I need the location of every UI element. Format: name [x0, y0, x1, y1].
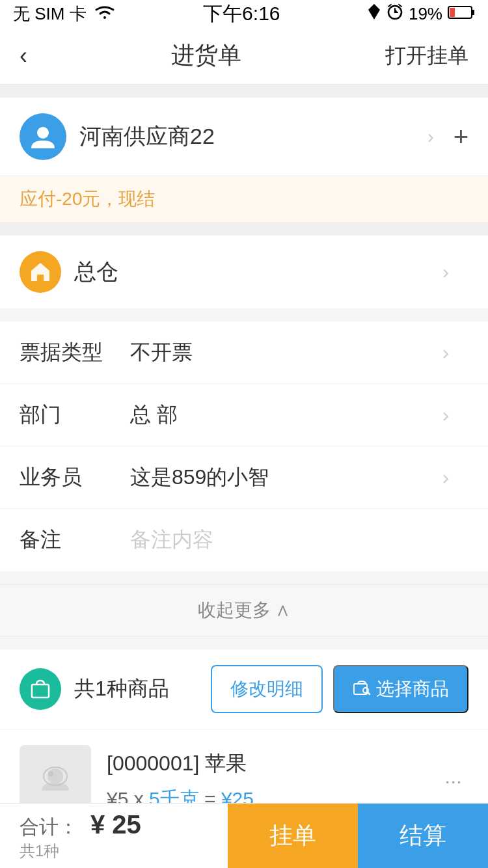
notice-bar: 应付-20元，现结 [0, 176, 488, 222]
page-title: 进货单 [171, 40, 241, 72]
svg-rect-5 [37, 275, 44, 281]
salesperson-value: 这是859的小智 [130, 463, 442, 492]
warehouse-chevron-icon: › [442, 261, 449, 283]
alarm-icon [386, 3, 403, 25]
select-product-label: 选择商品 [376, 677, 449, 701]
product-name: [0000001] 苹果 [107, 750, 438, 778]
add-button[interactable]: + [454, 122, 468, 152]
note-input[interactable]: 备注内容 [130, 526, 468, 554]
department-label: 部门 [20, 401, 111, 429]
status-time: 下午6:16 [203, 1, 280, 27]
total-amount: ¥ 25 [90, 810, 141, 839]
svg-point-11 [48, 771, 53, 776]
svg-point-4 [37, 127, 49, 139]
supplier-chevron-icon: › [427, 126, 434, 148]
supplier-avatar [20, 113, 66, 160]
ticket-type-value: 不开票 [130, 338, 442, 367]
note-row[interactable]: 备注 备注内容 [0, 509, 488, 571]
ticket-type-chevron-icon: › [442, 342, 449, 364]
note-label: 备注 [20, 526, 111, 554]
products-count: 共1种商品 [74, 675, 211, 703]
products-icon [20, 668, 61, 710]
warehouse-icon [20, 251, 61, 293]
supplier-row[interactable]: 河南供应商22 › + [0, 98, 488, 176]
warehouse-row[interactable]: 总仓 › [0, 235, 488, 308]
department-chevron-icon: › [442, 404, 449, 426]
status-bar: 无 SIM 卡 下午6:16 19% [0, 0, 488, 27]
department-value: 总 部 [130, 401, 442, 429]
select-product-button[interactable]: 选择商品 [333, 665, 468, 713]
ticket-type-row[interactable]: 票据类型 不开票 › [0, 321, 488, 384]
battery-icon [448, 4, 475, 24]
form-section: 票据类型 不开票 › 部门 总 部 › 业务员 这是859的小智 › 备注 备注… [0, 321, 488, 571]
svg-rect-6 [32, 685, 49, 698]
edit-detail-button[interactable]: 修改明细 [211, 665, 323, 713]
product-more-button[interactable]: ··· [438, 763, 468, 800]
salesperson-row[interactable]: 业务员 这是859的小智 › [0, 446, 488, 509]
product-code: [0000001] 苹果 [107, 752, 247, 775]
svg-rect-3 [450, 8, 455, 17]
open-hang-button[interactable]: 打开挂单 [385, 42, 468, 70]
svg-rect-2 [472, 10, 474, 15]
department-row[interactable]: 部门 总 部 › [0, 384, 488, 446]
checkout-button[interactable]: 结算 [358, 804, 488, 869]
products-header: 共1种商品 修改明细 选择商品 [0, 649, 488, 729]
collapse-bar[interactable]: 收起更多 ∧ [0, 584, 488, 636]
hang-button[interactable]: 挂单 [228, 804, 358, 869]
battery-level: 19% [409, 4, 442, 24]
wifi-icon [93, 3, 116, 25]
location-icon [367, 3, 381, 25]
back-button[interactable]: ‹ [20, 42, 27, 70]
collapse-label: 收起更多 ∧ [198, 598, 291, 623]
warehouse-section: 总仓 › [0, 235, 488, 308]
svg-point-10 [47, 768, 63, 784]
total-count: 共1种 [20, 841, 208, 861]
status-right: 19% [367, 3, 475, 25]
salesperson-label: 业务员 [20, 463, 111, 492]
supplier-name: 河南供应商22 [79, 122, 427, 152]
nav-bar: ‹ 进货单 打开挂单 [0, 27, 488, 85]
status-left: 无 SIM 卡 [13, 3, 116, 25]
section-divider-1 [0, 222, 488, 235]
warehouse-name: 总仓 [74, 257, 442, 287]
sim-status: 无 SIM 卡 [13, 3, 87, 25]
total-section: 合计： ¥ 25 共1种 [0, 810, 228, 861]
notice-text: 应付-20元，现结 [20, 189, 155, 209]
supplier-section: 河南供应商22 › + 应付-20元，现结 [0, 98, 488, 222]
top-divider [0, 85, 488, 98]
ticket-type-label: 票据类型 [20, 338, 111, 367]
total-label: 合计： [20, 816, 78, 837]
bottom-bar: 合计： ¥ 25 共1种 挂单 结算 [0, 803, 488, 868]
salesperson-chevron-icon: › [442, 467, 449, 489]
